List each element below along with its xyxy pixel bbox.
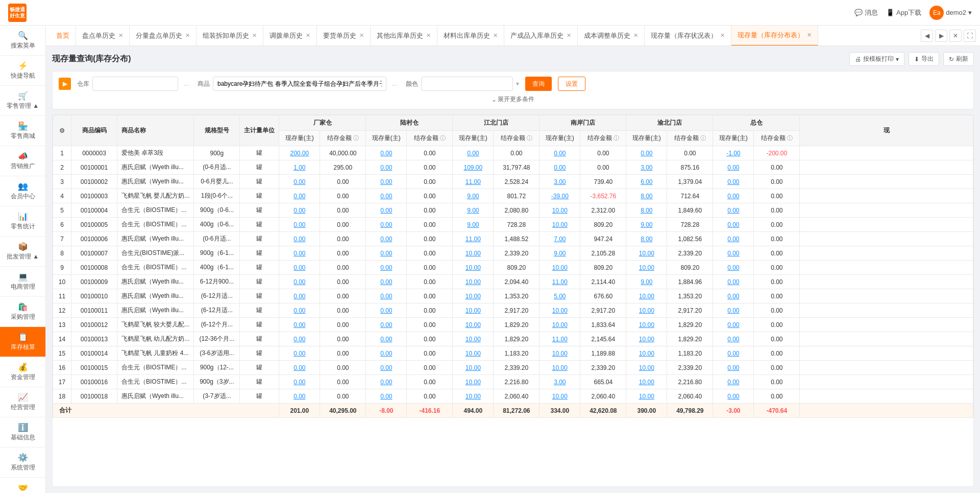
sidebar-item-基础信息[interactable]: ℹ️基础信息	[0, 417, 45, 448]
close-icon[interactable]: ✕	[359, 32, 364, 39]
cell-jbmd-amt: 1,829.20	[494, 318, 540, 332]
cell-namd-qty: 0.00	[540, 160, 580, 175]
cell-lck-qty: 0.00	[366, 175, 407, 189]
cell-jbmd-qty: 10.00	[453, 289, 494, 303]
close-icon[interactable]: ✕	[807, 32, 812, 38]
user-menu[interactable]: Ea demo2 ▾	[929, 6, 972, 20]
info-icon[interactable]: ⓘ	[527, 135, 532, 141]
cell-namd-qty: 3.00	[540, 175, 580, 189]
sidebar-icon: ⚡	[0, 61, 45, 71]
tab-zuzhuan[interactable]: 组装拆卸单历史 ✕	[197, 26, 263, 46]
sidebar-item-营销推广[interactable]: 📣营销推广	[0, 146, 45, 176]
nav-close-btn[interactable]: ✕	[949, 30, 962, 42]
th-gear[interactable]: ⚙	[53, 115, 71, 146]
cell-czck-amt: 0.00	[320, 361, 366, 375]
cell-czck-amt: 0.00	[320, 175, 366, 189]
tab-diaob[interactable]: 调拨单历史 ✕	[263, 26, 317, 46]
info-icon[interactable]: ⓘ	[700, 135, 706, 141]
sidebar-icon: ℹ️	[0, 422, 45, 432]
cell-no: 6	[53, 218, 71, 232]
tab-yaohuo[interactable]: 要货单历史 ✕	[317, 26, 371, 46]
sidebar-item-电商管理[interactable]: 💻电商管理	[0, 267, 45, 297]
info-icon[interactable]: ⓘ	[614, 135, 619, 141]
tab-qtck[interactable]: 其他出库单历史 ✕	[371, 26, 437, 46]
color-chevron[interactable]: ▾	[516, 80, 519, 87]
cell-spec: 900g（3岁...	[194, 375, 240, 389]
cell-ybmd-amt: 1,849.60	[667, 203, 713, 218]
sidebar-item-经营管理[interactable]: 📈经营管理	[0, 387, 45, 417]
info-icon[interactable]: ⓘ	[440, 135, 446, 141]
sidebar-item-系统管理[interactable]: ⚙️系统管理	[0, 448, 45, 478]
th-extra: 现	[800, 115, 973, 146]
nav-right-btn[interactable]: ▶	[935, 30, 947, 42]
warehouse-ellipsis[interactable]: …	[181, 80, 191, 87]
cell-ybmd-amt: 1,353.20	[667, 289, 713, 303]
cell-zck-amt: 0.00	[754, 289, 800, 303]
refresh-btn[interactable]: ↻ 刷新	[943, 52, 974, 66]
sidebar-item-企业协同[interactable]: 🤝企业协同	[0, 478, 45, 493]
cell-extra	[800, 361, 973, 375]
tab-fenpandian[interactable]: 分量盘点单历史 ✕	[130, 26, 197, 46]
sidebar-item-采购管理[interactable]: 🛍️采购管理	[0, 297, 45, 327]
sidebar-item-库存核算[interactable]: 📋库存核算	[0, 327, 45, 357]
tab-home[interactable]: 首页	[50, 26, 76, 46]
tab-clck[interactable]: 材料出库单历史 ✕	[437, 26, 504, 46]
sidebar-item-搜索英单[interactable]: 🔍搜索英单	[0, 26, 45, 56]
table-row: 3 00100002 惠氏启赋（Wyeth illu... 0-6月婴儿... …	[53, 175, 973, 189]
sidebar-item-快捷导航[interactable]: ⚡快捷导航	[0, 56, 45, 86]
export-btn[interactable]: ⬇ 导出	[909, 52, 939, 66]
cell-lck-amt: 0.00	[407, 203, 453, 218]
cell-zck-amt: 0.00	[754, 389, 800, 404]
cell-extra	[800, 346, 973, 361]
gear-icon[interactable]: ⚙	[59, 127, 65, 134]
cell-jbmd-qty: 10.00	[453, 389, 494, 404]
cell-unit: 罐	[240, 375, 279, 389]
filter-expand-btn[interactable]: ⌄ 展开更多条件	[492, 95, 534, 104]
nav-left-btn[interactable]: ◀	[921, 30, 933, 42]
sidebar-item-批发管理[interactable]: 📦批发管理 ▲	[0, 237, 45, 267]
message-btn[interactable]: 💬 消息	[854, 8, 878, 17]
cell-no: 1	[53, 146, 71, 160]
close-icon[interactable]: ✕	[633, 32, 638, 39]
close-icon[interactable]: ✕	[306, 32, 310, 39]
sidebar-item-零售管理[interactable]: 🛒零售管理 ▲	[0, 86, 45, 116]
warehouse-input[interactable]	[92, 77, 178, 91]
sidebar-item-零售商城[interactable]: 🏪零售商城	[0, 116, 45, 146]
tab-xcl-state[interactable]: 现存量（库存状况表） ✕	[645, 26, 731, 46]
cell-zck-qty: 0.00	[713, 318, 754, 332]
sidebar-item-零售统计[interactable]: 📊零售统计	[0, 206, 45, 237]
sidebar-item-会员中心[interactable]: 👥会员中心	[0, 176, 45, 206]
filter-toggle-btn[interactable]: ▶	[59, 78, 71, 90]
info-icon[interactable]: ⓘ	[787, 135, 793, 141]
print-btn[interactable]: 🖨 按模板打印 ▾	[849, 52, 904, 66]
close-icon[interactable]: ✕	[493, 32, 498, 39]
close-icon[interactable]: ✕	[567, 32, 571, 39]
close-icon[interactable]: ✕	[252, 32, 257, 39]
settings-btn[interactable]: 设置	[558, 77, 585, 91]
tab-pandian[interactable]: 盘点单历史 ✕	[76, 26, 130, 46]
color-input[interactable]	[421, 77, 513, 91]
goods-ellipsis[interactable]: …	[389, 80, 400, 87]
sidebar-label: 营销推广	[0, 162, 45, 171]
close-icon[interactable]: ✕	[185, 32, 190, 39]
cell-no: 2	[53, 160, 71, 175]
sidebar-item-资金管理[interactable]: 💰资金管理	[0, 357, 45, 387]
tab-xcl-dist[interactable]: 现存量（库存分布表） ✕	[731, 26, 818, 46]
close-icon[interactable]: ✕	[720, 32, 725, 39]
cell-namd-amt: 809.20	[580, 261, 626, 275]
cell-no: 12	[53, 303, 71, 318]
close-icon[interactable]: ✕	[426, 32, 431, 39]
close-icon[interactable]: ✕	[118, 32, 123, 39]
cell-name: 惠氏启赋（Wyeth illu...	[117, 389, 194, 404]
goods-input[interactable]	[213, 77, 386, 91]
info-icon[interactable]: ⓘ	[353, 135, 359, 141]
sum-czck-amt: 40,295.00	[320, 404, 366, 418]
nav-expand-btn[interactable]: ⛶	[964, 30, 976, 42]
tab-chcrk[interactable]: 产成品入库单历史 ✕	[504, 26, 578, 46]
cell-no: 15	[53, 346, 71, 361]
app-download-btn[interactable]: 📱 App下载	[886, 8, 921, 17]
tab-cbtz[interactable]: 成本调整单历史 ✕	[578, 26, 645, 46]
cell-lck-qty: 0.00	[366, 232, 407, 246]
sidebar-icon: 💰	[0, 362, 45, 372]
search-btn[interactable]: 查询	[525, 77, 552, 91]
